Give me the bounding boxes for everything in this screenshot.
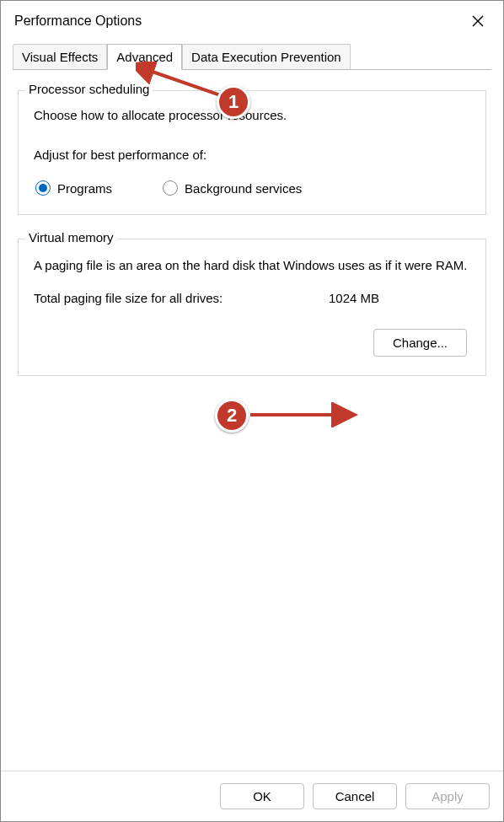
annotation-arrow-2-icon xyxy=(245,402,363,427)
cancel-button[interactable]: Cancel xyxy=(313,783,397,809)
window-title: Performance Options xyxy=(14,13,142,29)
virtual-memory-legend: Virtual memory xyxy=(25,230,117,244)
tab-data-execution-prevention[interactable]: Data Execution Prevention xyxy=(182,44,351,70)
dialog-footer: OK Cancel Apply xyxy=(1,771,503,821)
paging-file-size-value: 1024 MB xyxy=(329,291,379,305)
close-button[interactable] xyxy=(463,9,493,33)
radio-icon xyxy=(35,180,51,196)
annotation-callout-2: 2 xyxy=(215,399,249,432)
tabs: Visual Effects Advanced Data Execution P… xyxy=(1,43,503,69)
tab-content-advanced: Processor scheduling Choose how to alloc… xyxy=(13,69,491,376)
virtual-memory-group: Virtual memory A paging file is an area … xyxy=(18,239,486,376)
annotation-callout-1: 1 xyxy=(217,85,250,119)
virtual-memory-description: A paging file is an area on the hard dis… xyxy=(34,256,470,274)
paging-file-size-label: Total paging file size for all drives: xyxy=(34,291,329,305)
radio-background-services[interactable]: Background services xyxy=(163,180,302,196)
radio-programs-label: Programs xyxy=(57,181,112,196)
tab-visual-effects[interactable]: Visual Effects xyxy=(13,44,107,70)
ok-button[interactable]: OK xyxy=(220,783,304,809)
change-button[interactable]: Change... xyxy=(373,329,467,357)
radio-programs[interactable]: Programs xyxy=(35,180,112,196)
processor-scheduling-group: Processor scheduling Choose how to alloc… xyxy=(18,90,486,215)
close-icon xyxy=(472,15,484,27)
processor-scheduling-description: Choose how to allocate processor resourc… xyxy=(34,108,470,122)
radio-icon xyxy=(163,180,178,196)
radio-background-label: Background services xyxy=(185,181,302,196)
processor-scheduling-legend: Processor scheduling xyxy=(25,82,153,96)
adjust-performance-label: Adjust for best performance of: xyxy=(34,148,470,162)
tab-advanced[interactable]: Advanced xyxy=(107,44,182,70)
apply-button[interactable]: Apply xyxy=(405,783,490,809)
